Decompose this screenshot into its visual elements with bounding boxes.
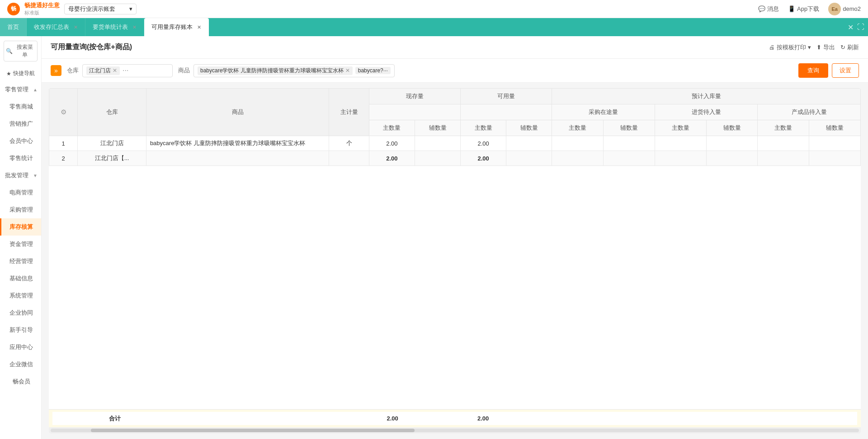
row1-production-sub xyxy=(809,136,861,151)
row1-warehouse: 江北门店 xyxy=(78,136,146,151)
sidebar-item-finance[interactable]: 资金管理 xyxy=(0,236,41,253)
filter-expand-btn[interactable]: » xyxy=(51,65,61,76)
th-unit: 主计量 xyxy=(329,89,369,136)
sidebar-item-member-vip[interactable]: 畅会员 xyxy=(0,373,41,390)
total-current-sub xyxy=(415,412,460,425)
total-unit-empty xyxy=(330,412,370,425)
row1-current-sub xyxy=(415,136,461,151)
user-menu[interactable]: Ea demo2 xyxy=(828,3,861,15)
tab-order-stats[interactable]: 要货单统计表 ✕ xyxy=(85,18,144,36)
total-arrival-sub xyxy=(704,412,755,425)
tab-receipt-summary[interactable]: 收发存汇总表 ✕ xyxy=(27,18,85,36)
tab-available-label: 可用量库存账本 xyxy=(151,23,193,31)
th-arrival-main-qty: 主数量 xyxy=(655,120,706,136)
th-production-main-qty: 主数量 xyxy=(758,120,809,136)
row1-purchase-sub xyxy=(604,136,655,151)
warehouse-tag-1: 江北门店 ✕ xyxy=(86,66,120,75)
sidebar: 🔍 搜索菜单 ★ 快捷导航 零售管理 ▲ 零售商城 营销推广 会员中心 零售统计… xyxy=(0,36,42,439)
refresh-btn[interactable]: ↻ 刷新 xyxy=(840,43,859,52)
tab-order-label: 要货单统计表 xyxy=(93,23,128,31)
username: demo2 xyxy=(843,5,861,12)
app-download-btn[interactable]: 📱 App下载 xyxy=(788,5,819,13)
remove-product-tag-1[interactable]: ✕ xyxy=(345,67,350,74)
th-available-main-qty: 主数量 xyxy=(461,120,506,136)
th-production-sub-qty: 辅数量 xyxy=(809,120,861,136)
setting-btn[interactable]: 设置 xyxy=(832,63,859,78)
row1-no: 1 xyxy=(49,136,78,151)
brand-name: 畅捷通好生意 xyxy=(24,1,60,9)
sidebar-item-member-center[interactable]: 会员中心 xyxy=(0,132,41,150)
sidebar-item-retail-stats[interactable]: 零售统计 xyxy=(0,150,41,167)
close-tab-receipt[interactable]: ✕ xyxy=(74,24,78,30)
sidebar-item-ecommerce[interactable]: 电商管理 xyxy=(0,184,41,201)
table-row: 1 江北门店 babycare学饮杯 儿童防摔防撞吸管杯重力球吸嘴杯宝宝水杯 个… xyxy=(49,136,861,151)
sidebar-item-marketing[interactable]: 营销推广 xyxy=(0,115,41,132)
message-icon: 💬 xyxy=(758,5,765,12)
close-tab-order[interactable]: ✕ xyxy=(132,24,137,30)
th-gear: ⚙ xyxy=(49,89,78,136)
main-layout: 🔍 搜索菜单 ★ 快捷导航 零售管理 ▲ 零售商城 营销推广 会员中心 零售统计… xyxy=(0,36,868,439)
sidebar-item-retail-mgmt[interactable]: 零售管理 ▲ xyxy=(0,81,41,98)
total-purchase-main xyxy=(551,412,602,425)
brand-sub: 标准版 xyxy=(24,9,60,16)
row2-purchase-main xyxy=(552,151,604,166)
sidebar-item-retail-mall[interactable]: 零售商城 xyxy=(0,98,41,115)
nav-tabs: 首页 收发存汇总表 ✕ 要货单统计表 ✕ 可用量库存账本 ✕ ✕ ⛶ xyxy=(0,18,868,36)
warehouse-input[interactable]: 江北门店 ✕ ··· xyxy=(82,64,173,77)
search-icon: 🔍 xyxy=(6,48,13,54)
th-planned: 预计入库量 xyxy=(552,89,861,104)
total-available-sub xyxy=(506,412,551,425)
total-available-main: 2.00 xyxy=(461,412,506,425)
scrollbar-track xyxy=(51,429,859,432)
close-all-icon[interactable]: ✕ xyxy=(848,23,854,32)
sidebar-item-system[interactable]: 系统管理 xyxy=(0,287,41,304)
th-available-span xyxy=(461,104,552,120)
tab-home[interactable]: 首页 xyxy=(0,18,27,36)
sidebar-item-app-center[interactable]: 应用中心 xyxy=(0,339,41,356)
expand-icon[interactable]: ⛶ xyxy=(857,23,864,31)
sidebar-item-inventory[interactable]: 库存核算 xyxy=(0,218,41,236)
sidebar-item-basic-info[interactable]: 基础信息 xyxy=(0,270,41,287)
page-header: 可用量查询(按仓库+商品) 🖨 按模板打印 ▾ ⬆ 导出 ↻ 刷新 xyxy=(42,36,868,59)
row2-arrival-main xyxy=(655,151,706,166)
row1-product: babycare学饮杯 儿童防摔防撞吸管杯重力球吸嘴杯宝宝水杯 xyxy=(146,136,329,151)
sidebar-item-purchase[interactable]: 采购管理 xyxy=(0,201,41,218)
top-bar: 畅 畅捷通好生意 标准版 母婴行业演示账套 ▾ 💬 消息 📱 App下载 Ea … xyxy=(0,0,868,18)
industry-selector[interactable]: 母婴行业演示账套 ▾ xyxy=(64,4,137,14)
chevron-right-icon: » xyxy=(54,67,58,74)
row2-available-sub xyxy=(506,151,552,166)
th-current-main-qty: 主数量 xyxy=(369,120,415,136)
total-current-main: 2.00 xyxy=(370,412,415,425)
message-btn[interactable]: 💬 消息 xyxy=(758,5,779,13)
sidebar-item-enterprise[interactable]: 企业协同 xyxy=(0,304,41,321)
th-arrival: 进货待入量 xyxy=(655,104,758,120)
industry-name: 母婴行业演示账套 xyxy=(68,5,115,13)
print-dropdown-icon: ▾ xyxy=(808,44,811,51)
query-btn[interactable]: 查询 xyxy=(798,63,828,78)
chevron-up-icon: ▲ xyxy=(33,87,38,92)
warehouse-filter-group: 仓库 江北门店 ✕ ··· xyxy=(67,64,173,77)
export-btn[interactable]: ⬆ 导出 xyxy=(816,43,835,52)
dropdown-icon: ▾ xyxy=(129,5,132,12)
sidebar-item-new-guide[interactable]: 新手引导 xyxy=(0,321,41,339)
warehouse-more: ··· xyxy=(123,66,128,75)
export-icon: ⬆ xyxy=(816,44,821,51)
remove-warehouse-tag-1[interactable]: ✕ xyxy=(113,67,117,74)
quick-nav-btn[interactable]: ★ 快捷导航 xyxy=(0,66,41,81)
scrollbar-thumb[interactable] xyxy=(91,429,414,432)
footer-total: 合计 2.00 2.00 xyxy=(49,409,861,427)
product-input[interactable]: babycare学饮杯 儿童防摔防撞吸管杯重力球吸嘴杯宝宝水杯 ✕ babyca… xyxy=(193,64,395,77)
sidebar-item-wholesale[interactable]: 批发管理 ▼ xyxy=(0,167,41,184)
search-menu-btn[interactable]: 🔍 搜索菜单 xyxy=(4,41,38,61)
tab-available-stock[interactable]: 可用量库存账本 ✕ xyxy=(144,18,209,36)
table-row: 2 江北门店【... 2.00 2.00 xyxy=(49,151,861,166)
sidebar-item-enterprise-wechat[interactable]: 企业微信 xyxy=(0,356,41,373)
gear-icon[interactable]: ⚙ xyxy=(61,108,66,116)
row1-production-main xyxy=(758,136,809,151)
print-btn[interactable]: 🖨 按模板打印 ▾ xyxy=(769,43,811,52)
sidebar-item-operations[interactable]: 经营管理 xyxy=(0,253,41,270)
horizontal-scrollbar[interactable] xyxy=(49,427,861,434)
print-icon: 🖨 xyxy=(769,44,775,51)
close-tab-available[interactable]: ✕ xyxy=(197,24,201,30)
th-production: 产成品待入量 xyxy=(758,104,861,120)
